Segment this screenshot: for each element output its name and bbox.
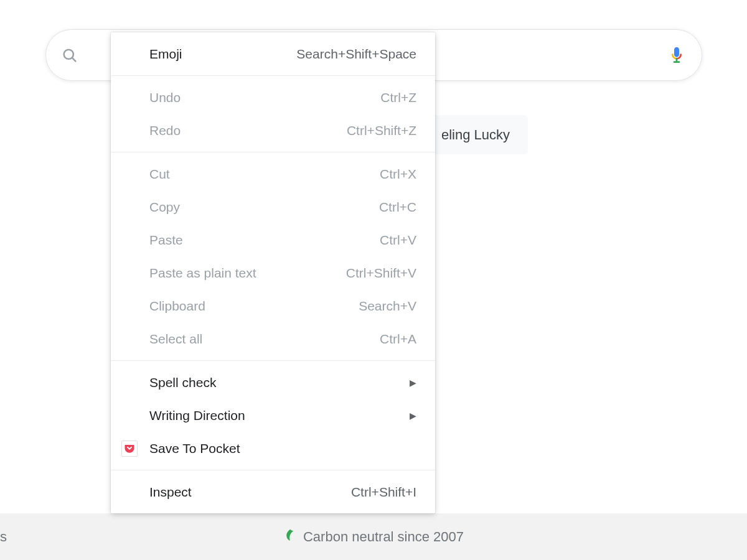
menu-item-spell-check[interactable]: Spell check ▶ bbox=[111, 366, 435, 399]
menu-divider bbox=[111, 360, 435, 361]
context-menu: Emoji Search+Shift+Space Undo Ctrl+Z Red… bbox=[111, 32, 435, 513]
menu-label: Emoji bbox=[149, 47, 296, 62]
menu-shortcut: Search+Shift+Space bbox=[296, 47, 416, 62]
menu-label: Select all bbox=[149, 332, 380, 347]
menu-item-clipboard[interactable]: Clipboard Search+V bbox=[111, 289, 435, 322]
menu-label: Writing Direction bbox=[149, 408, 410, 423]
menu-item-cut[interactable]: Cut Ctrl+X bbox=[111, 157, 435, 190]
footer-left-fragment: s bbox=[0, 529, 7, 545]
menu-shortcut: Ctrl+Shift+I bbox=[351, 485, 416, 500]
carbon-neutral-text: Carbon neutral since 2007 bbox=[303, 529, 464, 545]
footer: s Carbon neutral since 2007 bbox=[0, 513, 747, 560]
menu-item-redo[interactable]: Redo Ctrl+Shift+Z bbox=[111, 114, 435, 147]
menu-label: Clipboard bbox=[149, 299, 359, 314]
pocket-icon bbox=[121, 440, 138, 457]
menu-item-copy[interactable]: Copy Ctrl+C bbox=[111, 190, 435, 223]
menu-label: Redo bbox=[149, 123, 347, 138]
menu-label: Undo bbox=[149, 90, 380, 105]
menu-label: Paste as plain text bbox=[149, 266, 346, 281]
feeling-lucky-label: eling Lucky bbox=[441, 127, 510, 143]
submenu-arrow-icon: ▶ bbox=[410, 378, 416, 388]
menu-shortcut: Ctrl+V bbox=[380, 233, 416, 248]
menu-item-undo[interactable]: Undo Ctrl+Z bbox=[111, 81, 435, 114]
menu-shortcut: Ctrl+X bbox=[380, 167, 416, 182]
menu-shortcut: Ctrl+A bbox=[380, 332, 416, 347]
menu-label: Copy bbox=[149, 200, 379, 215]
menu-label: Cut bbox=[149, 167, 380, 182]
menu-shortcut: Ctrl+Shift+V bbox=[346, 266, 416, 281]
submenu-arrow-icon: ▶ bbox=[410, 411, 416, 421]
menu-item-paste-plain[interactable]: Paste as plain text Ctrl+Shift+V bbox=[111, 256, 435, 289]
menu-shortcut: Ctrl+C bbox=[379, 200, 416, 215]
menu-item-save-to-pocket[interactable]: Save To Pocket bbox=[111, 432, 435, 465]
search-icon bbox=[61, 47, 78, 64]
svg-line-1 bbox=[72, 58, 75, 61]
menu-shortcut: Search+V bbox=[359, 299, 416, 314]
menu-item-inspect[interactable]: Inspect Ctrl+Shift+I bbox=[111, 475, 435, 508]
voice-search-icon[interactable] bbox=[667, 45, 687, 65]
menu-label: Paste bbox=[149, 233, 380, 248]
menu-item-writing-direction[interactable]: Writing Direction ▶ bbox=[111, 399, 435, 432]
menu-divider bbox=[111, 75, 435, 76]
menu-label: Inspect bbox=[149, 485, 351, 500]
menu-divider bbox=[111, 152, 435, 152]
menu-label: Spell check bbox=[149, 375, 410, 390]
menu-shortcut: Ctrl+Shift+Z bbox=[347, 123, 416, 138]
menu-item-paste[interactable]: Paste Ctrl+V bbox=[111, 223, 435, 256]
menu-divider bbox=[111, 470, 435, 470]
menu-label: Save To Pocket bbox=[149, 441, 416, 456]
leaf-icon bbox=[283, 528, 297, 545]
menu-shortcut: Ctrl+Z bbox=[380, 90, 416, 105]
menu-item-select-all[interactable]: Select all Ctrl+A bbox=[111, 322, 435, 355]
menu-item-emoji[interactable]: Emoji Search+Shift+Space bbox=[111, 37, 435, 70]
